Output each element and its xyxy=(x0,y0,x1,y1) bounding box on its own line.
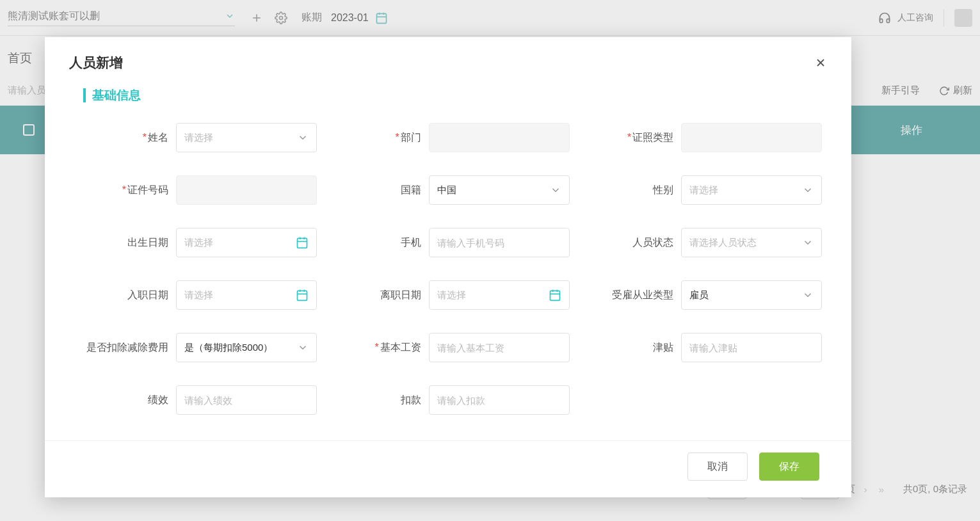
modal-title: 人员新增 xyxy=(69,54,123,72)
deduction-select[interactable]: 是（每期扣除5000） xyxy=(176,333,317,362)
department-input xyxy=(429,123,570,152)
allowance-field[interactable] xyxy=(689,342,814,353)
allowance-input[interactable] xyxy=(681,333,822,362)
leave-date-input[interactable]: 请选择 xyxy=(429,280,570,310)
calendar-icon xyxy=(296,289,309,301)
modal-header: 人员新增 xyxy=(45,37,851,84)
save-button[interactable]: 保存 xyxy=(759,453,819,481)
performance-field[interactable] xyxy=(184,395,309,406)
chevron-down-icon xyxy=(802,237,814,248)
base-salary-field[interactable] xyxy=(437,342,561,353)
field-status: 人员状态 请选择人员状态 xyxy=(588,228,827,257)
name-select[interactable]: 请选择 xyxy=(176,123,317,152)
field-hire-date: 入职日期 请选择 xyxy=(83,280,322,310)
chevron-down-icon xyxy=(550,184,561,196)
chevron-down-icon xyxy=(297,132,309,143)
field-name: *姓名 请选择 xyxy=(83,123,322,152)
svg-rect-9 xyxy=(298,238,307,248)
cancel-button[interactable]: 取消 xyxy=(687,453,748,481)
field-employment-type: 受雇从业类型 雇员 xyxy=(588,280,827,310)
hire-date-input[interactable]: 请选择 xyxy=(176,280,317,310)
field-birth-date: 出生日期 请选择 xyxy=(83,228,322,257)
chevron-down-icon xyxy=(802,289,814,301)
deduct-amount-field[interactable] xyxy=(437,395,561,406)
id-number-input xyxy=(176,175,317,205)
field-base-salary: *基本工资 xyxy=(336,333,575,362)
modal-footer: 取消 保存 xyxy=(45,440,851,497)
employment-type-select[interactable]: 雇员 xyxy=(681,280,822,310)
field-gender: 性别 请选择 xyxy=(588,175,827,205)
nationality-select[interactable]: 中国 xyxy=(429,175,570,205)
performance-input[interactable] xyxy=(176,385,317,415)
field-id-number: *证件号码 xyxy=(83,175,322,205)
svg-rect-17 xyxy=(550,291,559,300)
deduct-amount-input[interactable] xyxy=(429,385,570,415)
field-leave-date: 离职日期 请选择 xyxy=(336,280,575,310)
field-mobile: 手机 xyxy=(336,228,575,257)
id-type-input xyxy=(681,123,822,152)
section-basic-title: 基础信息 xyxy=(83,87,827,104)
close-icon[interactable] xyxy=(814,56,827,69)
svg-rect-13 xyxy=(298,291,307,300)
mobile-field[interactable] xyxy=(437,237,561,248)
form-grid: *姓名 请选择 *部门 *证照类型 *证件号码 国籍 xyxy=(83,123,827,434)
field-nationality: 国籍 中国 xyxy=(336,175,575,205)
add-person-modal: 人员新增 基础信息 *姓名 请选择 *部门 *证照类型 xyxy=(45,37,851,497)
field-id-type: *证照类型 xyxy=(588,123,827,152)
mobile-input[interactable] xyxy=(429,228,570,257)
field-performance: 绩效 xyxy=(83,385,322,415)
gender-select[interactable]: 请选择 xyxy=(681,175,822,205)
calendar-icon xyxy=(296,236,309,249)
field-deduct-amount: 扣款 xyxy=(336,385,575,415)
field-department: *部门 xyxy=(336,123,575,152)
field-deduction: 是否扣除减除费用 是（每期扣除5000） xyxy=(83,333,322,362)
birth-date-input[interactable]: 请选择 xyxy=(176,228,317,257)
modal-body: 基础信息 *姓名 请选择 *部门 *证照类型 *证件号码 xyxy=(45,84,851,440)
chevron-down-icon xyxy=(297,342,309,353)
chevron-down-icon xyxy=(802,184,814,196)
base-salary-input[interactable] xyxy=(429,333,570,362)
calendar-icon xyxy=(549,289,561,301)
status-select[interactable]: 请选择人员状态 xyxy=(681,228,822,257)
field-allowance: 津贴 xyxy=(588,333,827,362)
